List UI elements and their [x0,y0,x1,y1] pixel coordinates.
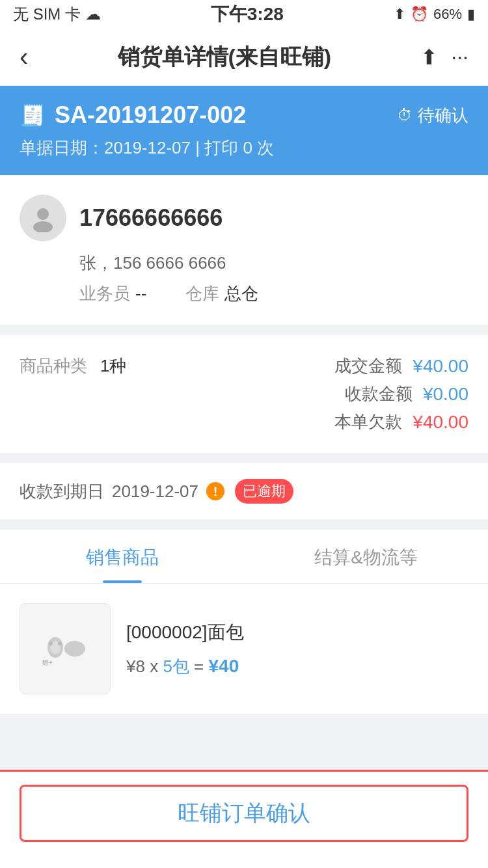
tabs-header: 销售商品 结算&物流等 [0,530,488,584]
nav-actions: ⬆ ··· [420,45,468,70]
salesperson-label: 业务员 [79,282,130,305]
goods-type-value: 1种 [100,355,126,377]
received-label: 收款金额 [345,383,413,405]
order-icon: 🧾 [20,103,46,128]
customer-phone: 17666666666 [79,204,223,232]
confirm-btn-wrap: 旺铺订单确认 [0,770,488,868]
back-button[interactable]: ‹ [20,42,28,72]
owed-amount: ¥40.00 [413,412,468,433]
received-amount: ¥0.00 [423,384,468,405]
overdue-badge: 已逾期 [235,479,293,504]
amounts: 成交金额 ¥40.00 收款金额 ¥0.00 本单欠款 ¥40.00 [334,355,468,433]
owed-label: 本单欠款 [334,411,402,433]
product-name: [0000002]面包 [126,620,468,645]
customer-meta: 业务员 -- 仓库 总仓 [20,282,468,305]
goods-type-label: 商品种类 [20,355,87,377]
summary-section: 商品种类 1种 成交金额 ¥40.00 收款金额 ¥0.00 本单欠款 ¥40.… [0,335,488,453]
customer-avatar [20,195,66,241]
product-thumbnail: 野+ [20,603,111,694]
price-base: ¥8 x [126,657,163,676]
summary-inner: 商品种类 1种 成交金额 ¥40.00 收款金额 ¥0.00 本单欠款 ¥40.… [20,355,468,433]
battery-icon: ▮ [467,6,475,23]
product-info: [0000002]面包 ¥8 x 5包 = ¥40 [126,620,468,678]
goods-type: 商品种类 1种 [20,355,126,377]
status-bar: 无 SIM 卡 ☁ 下午3:28 ⬆ ⏰ 66% ▮ [0,0,488,29]
svg-point-6 [64,641,85,657]
battery-text: 66% [433,6,462,23]
order-date: 单据日期：2019-12-07 | 打印 0 次 [20,137,468,159]
transaction-label: 成交金额 [334,355,402,377]
order-header: 🧾 SA-20191207-002 ⏱ 待确认 单据日期：2019-12-07 … [0,86,488,175]
tab-sales-goods[interactable]: 销售商品 [0,530,244,583]
warehouse-info: 仓库 总仓 [185,282,258,305]
status-right: ⬆ ⏰ 66% ▮ [394,6,475,23]
status-text: 待确认 [418,104,468,127]
clock-status-icon: ⏱ [397,106,413,124]
customer-top: 17666666666 [20,195,468,241]
warehouse-label: 仓库 [185,282,219,305]
tab-settlement[interactable]: 结算&物流等 [244,530,488,583]
owed-row: 本单欠款 ¥40.00 [334,411,468,433]
page-title: 销货单详情(来自旺铺) [118,42,332,72]
price-quantity: 5包 [163,657,189,676]
exclaim-icon: ! [206,482,224,500]
svg-point-4 [49,642,53,645]
received-row: 收款金额 ¥0.00 [345,383,468,405]
location-icon: ⬆ [394,6,405,23]
transaction-amount: ¥40.00 [413,356,468,377]
svg-point-1 [33,221,53,232]
product-item: 野+ [0000002]面包 ¥8 x 5包 = ¥40 [20,603,468,694]
salesperson-value: -- [135,284,146,304]
order-status: ⏱ 待确认 [397,104,468,127]
order-id: SA-20191207-002 [55,102,246,129]
confirm-order-button[interactable]: 旺铺订单确认 [20,785,468,842]
due-date-value: 2019-12-07 [112,481,198,502]
price-total: ¥40 [208,656,239,676]
price-equal: = [189,657,209,676]
svg-point-5 [58,642,62,645]
tabs-section: 销售商品 结算&物流等 [0,530,488,584]
salesperson-info: 业务员 -- [79,282,146,305]
more-icon[interactable]: ··· [451,45,468,69]
product-section: 野+ [0000002]面包 ¥8 x 5包 = ¥40 [0,584,488,714]
transaction-row: 成交金额 ¥40.00 [334,355,468,377]
customer-detail: 张，156 6666 6666 [20,252,468,275]
due-date-section: 收款到期日 2019-12-07 ! 已逾期 [0,463,488,519]
no-sim-text: 无 SIM 卡 ☁ [13,4,101,25]
product-price: ¥8 x 5包 = ¥40 [126,655,468,678]
nav-bar: ‹ 销货单详情(来自旺铺) ⬆ ··· [0,29,488,86]
clock-icon: ⏰ [411,6,428,23]
status-left: 无 SIM 卡 ☁ [13,4,101,25]
due-date-label: 收款到期日 [20,480,104,503]
customer-section: 17666666666 张，156 6666 6666 业务员 -- 仓库 总仓 [0,175,488,325]
share-icon[interactable]: ⬆ [420,45,438,70]
status-time: 下午3:28 [211,2,284,27]
warehouse-value: 总仓 [224,282,258,305]
order-header-top: 🧾 SA-20191207-002 ⏱ 待确认 [20,102,468,129]
svg-text:野+: 野+ [42,659,53,666]
svg-point-0 [37,208,49,220]
